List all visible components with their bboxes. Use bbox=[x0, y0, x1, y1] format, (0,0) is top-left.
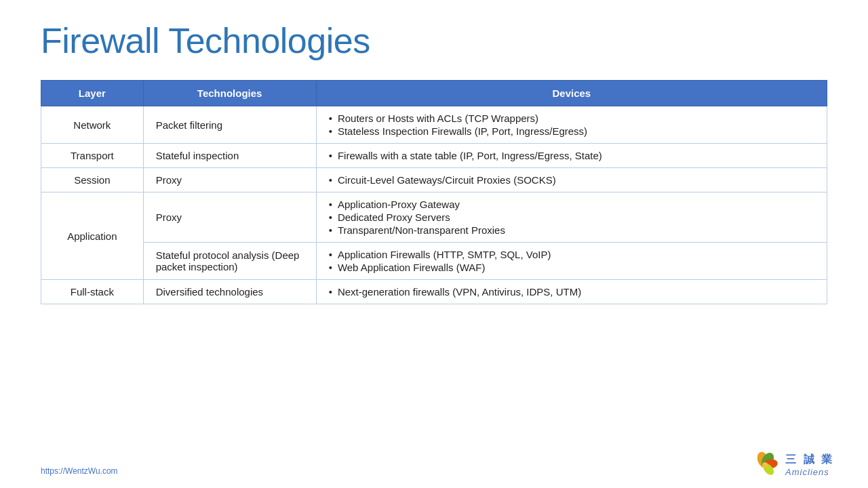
devices-application-a: Application-Proxy Gateway Dedicated Prox… bbox=[316, 192, 827, 243]
table-row: Transport Stateful inspection Firewalls … bbox=[41, 144, 827, 168]
svg-point-4 bbox=[762, 462, 768, 468]
slide: Firewall Technologies Layer Technologies… bbox=[0, 0, 868, 488]
table-row: Session Proxy Circuit-Level Gateways/Cir… bbox=[41, 168, 827, 192]
header-devices: Devices bbox=[316, 81, 827, 106]
table-row: Network Packet filtering Routers or Host… bbox=[41, 106, 827, 144]
table-row: Application Proxy Application-Proxy Gate… bbox=[41, 192, 827, 243]
list-item: Transparent/Non-transparent Proxies bbox=[329, 224, 814, 237]
list-item: Web Application Firewalls (WAF) bbox=[329, 261, 814, 274]
logo-chinese: 三 誠 業 bbox=[785, 453, 834, 467]
devices-transport: Firewalls with a state table (IP, Port, … bbox=[316, 144, 827, 168]
layer-transport: Transport bbox=[41, 144, 144, 168]
layer-session: Session bbox=[41, 168, 144, 192]
tech-diversified: Diversified technologies bbox=[143, 280, 316, 304]
logo-area: 三 誠 業 Amicliens bbox=[749, 449, 834, 481]
devices-session: Circuit-Level Gateways/Circuit Proxies (… bbox=[316, 168, 827, 192]
table-row: Stateful protocol analysis (Deep packet … bbox=[41, 243, 827, 280]
devices-network: Routers or Hosts with ACLs (TCP Wrappers… bbox=[316, 106, 827, 144]
tech-stateful-inspection: Stateful inspection bbox=[143, 144, 316, 168]
tech-packet-filtering: Packet filtering bbox=[143, 106, 316, 144]
header-technologies: Technologies bbox=[143, 81, 316, 106]
list-item: Circuit-Level Gateways/Circuit Proxies (… bbox=[329, 174, 814, 186]
page-title: Firewall Technologies bbox=[41, 20, 827, 61]
footer-link: https://WentzWu.com bbox=[41, 466, 118, 476]
table-row: Full-stack Diversified technologies Next… bbox=[41, 280, 827, 304]
devices-application-b: Application Firewalls (HTTP, SMTP, SQL, … bbox=[316, 243, 827, 280]
list-item: Next-generation firewalls (VPN, Antiviru… bbox=[329, 285, 814, 298]
tech-proxy-session: Proxy bbox=[143, 168, 316, 192]
logo-icon bbox=[749, 449, 781, 481]
list-item: Stateless Inspection Firewalls (IP, Port… bbox=[329, 125, 814, 138]
list-item: Firewalls with a state table (IP, Port, … bbox=[329, 149, 814, 162]
footer-url: https://WentzWu.com bbox=[41, 466, 118, 476]
list-item: Application-Proxy Gateway bbox=[329, 198, 814, 211]
tech-stateful-protocol: Stateful protocol analysis (Deep packet … bbox=[143, 243, 316, 280]
list-item: Dedicated Proxy Servers bbox=[329, 211, 814, 224]
list-item: Application Firewalls (HTTP, SMTP, SQL, … bbox=[329, 248, 814, 261]
firewall-table: Layer Technologies Devices Network Packe… bbox=[41, 80, 827, 304]
layer-network: Network bbox=[41, 106, 144, 144]
devices-fullstack: Next-generation firewalls (VPN, Antiviru… bbox=[316, 280, 827, 304]
tech-proxy-application: Proxy bbox=[143, 192, 316, 243]
list-item: Routers or Hosts with ACLs (TCP Wrappers… bbox=[329, 112, 814, 125]
header-layer: Layer bbox=[41, 81, 144, 106]
logo-text-block: 三 誠 業 Amicliens bbox=[785, 453, 834, 477]
layer-fullstack: Full-stack bbox=[41, 280, 144, 304]
layer-application: Application bbox=[41, 192, 144, 280]
logo-english: Amicliens bbox=[785, 467, 834, 477]
